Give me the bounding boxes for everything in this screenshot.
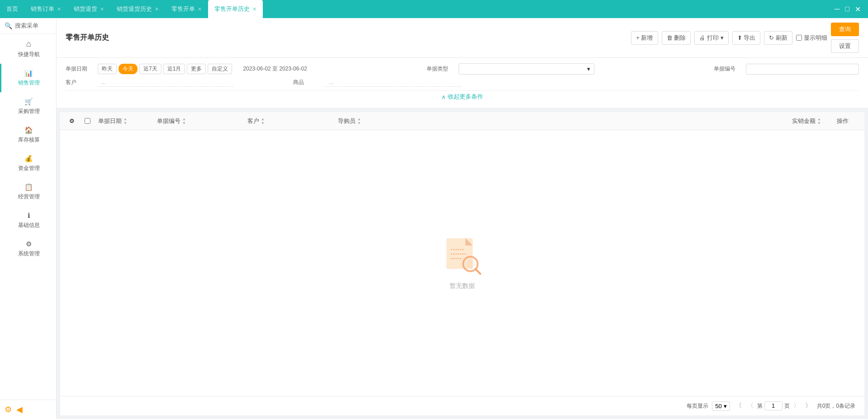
main-layout: 🔍 搜索采单 ⌂ 快捷导航 📊 销售管理 🛒 采购管理 🏠 库存核算 💰 资金管… xyxy=(0,18,868,419)
table-select-all[interactable] xyxy=(80,118,95,124)
sidebar-item-operations[interactable]: 📋 经营管理 xyxy=(0,178,56,206)
table-header: ⚙ 单据日期 ▲▼ 单据编号 ▲▼ 客户 ▲▼ 导购员 xyxy=(60,112,864,130)
window-controls: ─ □ ✕ xyxy=(835,5,868,14)
date-buttons: 昨天 今天 近7天 近1月 更多 自定义 xyxy=(98,64,232,74)
sort-guide-icon: ▲▼ xyxy=(357,117,361,125)
svg-point-6 xyxy=(466,259,475,268)
sidebar-item-purchase-mgmt[interactable]: 🛒 采购管理 xyxy=(0,92,56,121)
page-size-label: 每页显示 xyxy=(687,402,708,410)
window-restore-btn[interactable]: □ xyxy=(845,5,849,13)
tab-close-retail-history[interactable]: ✕ xyxy=(252,6,256,12)
home-icon: ⌂ xyxy=(26,39,31,49)
client-input[interactable]: ... xyxy=(98,78,233,87)
date-btn-custom[interactable]: 自定义 xyxy=(208,64,232,74)
show-detail-checkbox-label[interactable]: 显示明细 xyxy=(796,34,827,42)
system-icon: ⚙ xyxy=(26,240,32,248)
sidebar-item-inventory[interactable]: 🏠 库存核算 xyxy=(0,121,56,149)
bill-num-label: 单据编号 xyxy=(714,65,739,73)
table-settings-btn[interactable]: ⚙ xyxy=(64,118,80,124)
page-num-input[interactable] xyxy=(764,401,783,410)
collapse-icon: ∧ xyxy=(441,94,446,100)
delete-button[interactable]: 🗑 删除 xyxy=(662,31,691,45)
bill-type-select[interactable]: ▾ xyxy=(459,63,594,75)
sidebar-item-system-mgmt[interactable]: ⚙ 系统管理 xyxy=(0,235,56,263)
print-dropdown-arrow[interactable]: ▾ xyxy=(721,34,724,41)
col-guide[interactable]: 导购员 ▲▼ xyxy=(334,117,389,125)
page-size-select[interactable]: 50 ▾ xyxy=(712,401,730,411)
col-amount[interactable]: 实销金额 ▲▼ xyxy=(770,117,825,125)
add-button[interactable]: + 新增 xyxy=(631,31,658,45)
tab-home[interactable]: 首页 xyxy=(0,0,24,18)
refresh-button[interactable]: ↻ 刷新 xyxy=(764,31,792,45)
tab-close-sales-order[interactable]: ✕ xyxy=(57,6,61,12)
col-num[interactable]: 单据编号 ▲▼ xyxy=(153,117,244,125)
prev-page-btn[interactable]: 〈 xyxy=(745,401,755,411)
tab-return-history[interactable]: 销货退货历史 ✕ xyxy=(110,0,165,18)
date-btn-more[interactable]: 更多 xyxy=(187,64,206,74)
empty-state: 暂无数据 xyxy=(60,130,864,396)
date-range-display: 2023-06-02 至 2023-06-02 xyxy=(243,65,307,73)
info-icon: ℹ xyxy=(28,212,30,220)
sort-num-icon: ▲▼ xyxy=(182,117,186,125)
last-page-btn[interactable]: 》 xyxy=(803,401,813,411)
sort-client-icon: ▲▼ xyxy=(261,117,265,125)
settings-button[interactable]: 设置 xyxy=(831,39,859,53)
content-area: 零售开单历史 + 新增 🗑 删除 🖨 打印 ▾ ⬆ 导出 ↻ 刷新 xyxy=(57,18,868,419)
goods-input[interactable]: ... xyxy=(325,78,461,87)
page-size-arrow: ▾ xyxy=(724,403,727,410)
tab-return[interactable]: 销货退货 ✕ xyxy=(67,0,110,18)
sales-icon: 📊 xyxy=(24,69,33,77)
tab-close-return[interactable]: ✕ xyxy=(100,6,104,12)
show-detail-checkbox[interactable] xyxy=(796,35,802,41)
tab-retail-history[interactable]: 零售开单历史 ✕ xyxy=(208,0,263,18)
sidebar-settings-btn[interactable]: ⚙ xyxy=(5,405,12,414)
sidebar-search[interactable]: 🔍 搜索采单 xyxy=(0,18,56,34)
svg-line-7 xyxy=(475,269,480,274)
purchase-icon: 🛒 xyxy=(24,98,33,106)
date-btn-1month[interactable]: 近1月 xyxy=(163,64,185,74)
window-minimize-btn[interactable]: ─ xyxy=(835,5,840,13)
empty-icon xyxy=(440,236,485,277)
col-client[interactable]: 客户 ▲▼ xyxy=(244,117,334,125)
search-icon: 🔍 xyxy=(5,22,12,29)
filter-row-1: 单据日期 昨天 今天 近7天 近1月 更多 自定义 2023-06-02 至 2… xyxy=(66,63,859,75)
print-button[interactable]: 🖨 打印 ▾ xyxy=(694,31,729,45)
date-btn-yesterday[interactable]: 昨天 xyxy=(98,64,117,74)
sidebar-item-basic-info[interactable]: ℹ 基础信息 xyxy=(0,206,56,235)
sidebar-bottom: ⚙ ◀ xyxy=(0,400,56,419)
sidebar-item-quick-nav[interactable]: ⌂ 快捷导航 xyxy=(0,34,56,64)
client-label: 客户 xyxy=(66,79,90,86)
next-page-btn[interactable]: 〉 xyxy=(792,401,802,411)
first-page-btn[interactable]: 《 xyxy=(734,401,744,411)
sort-date-icon: ▲▼ xyxy=(123,117,127,125)
tab-close-retail-order[interactable]: ✕ xyxy=(198,6,202,12)
col-ops: 操作 xyxy=(825,117,861,125)
bill-type-arrow: ▾ xyxy=(587,66,590,72)
export-button[interactable]: ⬆ 导出 xyxy=(732,31,761,45)
tab-retail-order[interactable]: 零售开单 ✕ xyxy=(165,0,208,18)
empty-illustration xyxy=(440,236,485,277)
collapse-filter-btn[interactable]: ∧ 收起更多条件 xyxy=(66,90,859,103)
bill-num-input[interactable] xyxy=(746,64,859,75)
date-btn-today[interactable]: 今天 xyxy=(119,64,138,74)
col-date[interactable]: 单据日期 ▲▼ xyxy=(95,117,153,125)
finance-icon: 💰 xyxy=(24,155,33,163)
toolbar: + 新增 🗑 删除 🖨 打印 ▾ ⬆ 导出 ↻ 刷新 显示明细 xyxy=(631,23,859,53)
tab-sales-order[interactable]: 销售订单 ✕ xyxy=(24,0,67,18)
sidebar-item-sales-mgmt[interactable]: 📊 销售管理 xyxy=(0,64,56,92)
page-nav: 《 〈 第 页 〉 》 xyxy=(734,401,813,411)
sidebar-collapse-btn[interactable]: ◀ xyxy=(16,405,23,414)
sidebar: 🔍 搜索采单 ⌂ 快捷导航 📊 销售管理 🛒 采购管理 🏠 库存核算 💰 资金管… xyxy=(0,18,57,419)
select-all-checkbox[interactable] xyxy=(85,118,90,124)
window-close-btn[interactable]: ✕ xyxy=(855,5,861,14)
table-area: ⚙ 单据日期 ▲▼ 单据编号 ▲▼ 客户 ▲▼ 导购员 xyxy=(60,112,864,415)
bill-type-label: 单据类型 xyxy=(427,65,451,73)
date-label: 单据日期 xyxy=(66,65,90,73)
page-header: 零售开单历史 + 新增 🗑 删除 🖨 打印 ▾ ⬆ 导出 ↻ 刷新 xyxy=(57,18,868,58)
goods-label: 商品 xyxy=(293,79,318,86)
sidebar-item-finance[interactable]: 💰 资金管理 xyxy=(0,149,56,178)
tab-close-return-history[interactable]: ✕ xyxy=(155,6,159,12)
sort-amount-icon: ▲▼ xyxy=(817,117,821,125)
query-button[interactable]: 查询 xyxy=(831,23,859,36)
date-btn-7days[interactable]: 近7天 xyxy=(139,64,161,74)
